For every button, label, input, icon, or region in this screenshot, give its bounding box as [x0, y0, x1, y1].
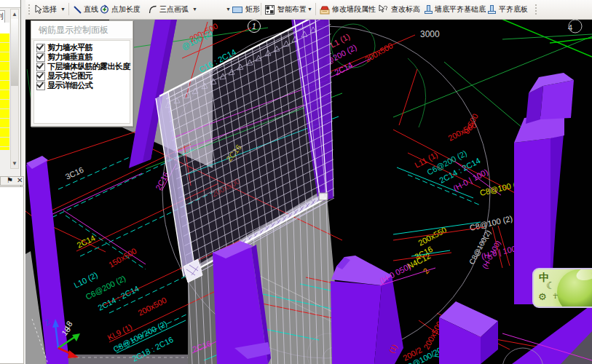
svg-text:3000: 3000	[420, 29, 440, 39]
svg-text:4: 4	[568, 23, 572, 32]
svg-text:1: 1	[252, 23, 256, 31]
